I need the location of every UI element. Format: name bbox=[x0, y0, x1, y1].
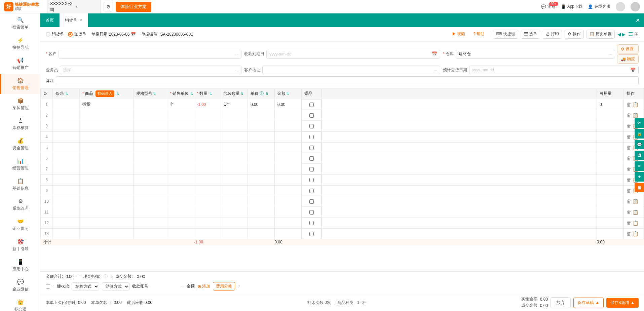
row-barcode[interactable] bbox=[53, 218, 80, 228]
row-barcode[interactable] bbox=[53, 121, 80, 131]
row-qty[interactable] bbox=[194, 142, 221, 153]
delete-row-icon[interactable]: 🗑 bbox=[627, 156, 631, 161]
row-gift[interactable] bbox=[302, 185, 321, 196]
row-price[interactable]: 0.00 bbox=[248, 99, 275, 110]
select-btn[interactable]: ☰ 选单 bbox=[521, 30, 540, 39]
shortcut-btn[interactable]: ⌨ 快捷键 bbox=[493, 30, 518, 39]
gift-checkbox[interactable] bbox=[309, 135, 314, 139]
row-spec[interactable] bbox=[134, 131, 167, 142]
owed-info-icon[interactable]: ⓘ bbox=[109, 300, 112, 305]
scan-button[interactable]: 扫码录入 bbox=[96, 90, 114, 97]
settings-button[interactable]: ⚙ 设置 bbox=[617, 44, 639, 53]
row-barcode[interactable] bbox=[53, 142, 80, 153]
row-spec[interactable] bbox=[134, 218, 167, 228]
row-product[interactable] bbox=[80, 142, 134, 153]
row-price[interactable] bbox=[248, 110, 275, 121]
row-qty[interactable] bbox=[194, 218, 221, 228]
due-date-calendar-icon[interactable]: 📅 bbox=[432, 51, 437, 56]
row-product[interactable] bbox=[80, 131, 134, 142]
float-action-btn[interactable]: 📋 bbox=[635, 183, 644, 192]
barcode-input[interactable] bbox=[55, 124, 77, 128]
gift-checkbox[interactable] bbox=[309, 178, 314, 182]
price-info-icon[interactable]: ⓘ bbox=[260, 91, 264, 96]
row-remark[interactable] bbox=[322, 218, 597, 228]
price-sort-icon[interactable]: ⇅ bbox=[266, 92, 268, 95]
sidebar-item-quick-nav[interactable]: ⚡ 快捷导航 bbox=[0, 34, 40, 54]
payment-method-select-2[interactable]: 结算方式 bbox=[102, 282, 129, 290]
prev-arrow-icon[interactable]: ◀ bbox=[617, 32, 621, 37]
row-remark[interactable] bbox=[322, 207, 597, 218]
delete-row-icon[interactable]: 🗑 bbox=[627, 220, 631, 226]
float-lock-btn[interactable]: 🔒 bbox=[635, 129, 644, 139]
sidebar-item-purchase[interactable]: 📦 采购管理 bbox=[0, 94, 40, 114]
payment-method-select[interactable]: 结算方式 bbox=[72, 282, 99, 290]
row-gift[interactable] bbox=[302, 99, 321, 110]
history-btn[interactable]: 📋 历史单据 bbox=[586, 30, 615, 39]
row-price[interactable] bbox=[248, 185, 275, 196]
row-product[interactable] bbox=[80, 228, 134, 239]
row-barcode[interactable] bbox=[53, 174, 80, 185]
float-preview-btn[interactable]: 👁 bbox=[635, 118, 644, 128]
copy-row-icon[interactable]: 📋 bbox=[633, 231, 638, 236]
row-product[interactable] bbox=[80, 153, 134, 164]
row-gift[interactable] bbox=[302, 131, 321, 142]
row-product[interactable] bbox=[80, 164, 134, 174]
next-arrow-icon[interactable]: ▶ bbox=[622, 32, 626, 37]
row-price[interactable] bbox=[248, 121, 275, 131]
barcode-input[interactable] bbox=[55, 178, 77, 182]
row-remark[interactable] bbox=[322, 142, 597, 153]
row-qty[interactable] bbox=[194, 153, 221, 164]
discount-info-icon[interactable]: ⓘ bbox=[104, 274, 108, 279]
sidebar-item-marketing[interactable]: 📢 营销推广 bbox=[0, 54, 40, 74]
amount-sort-icon[interactable]: ⇅ bbox=[286, 92, 289, 95]
sidebar-item-finance[interactable]: 💰 资金管理 bbox=[0, 134, 40, 154]
tab-home[interactable]: 首页 bbox=[40, 13, 60, 27]
row-spec[interactable] bbox=[134, 164, 167, 174]
row-remark[interactable] bbox=[322, 174, 597, 185]
row-gift[interactable] bbox=[302, 121, 321, 131]
spec-sort-icon[interactable]: ⇅ bbox=[153, 92, 156, 95]
radio-sales[interactable]: 销货单 bbox=[46, 31, 64, 37]
row-product[interactable] bbox=[80, 121, 134, 131]
delete-row-icon[interactable]: 🗑 bbox=[627, 102, 631, 107]
row-price[interactable] bbox=[248, 153, 275, 164]
fee-split-button[interactable]: 费用分摊 bbox=[213, 282, 235, 290]
row-qty[interactable] bbox=[194, 110, 221, 121]
row-product[interactable]: 拆货 bbox=[80, 99, 134, 110]
row-qty[interactable] bbox=[194, 174, 221, 185]
row-qty[interactable] bbox=[194, 196, 221, 207]
row-remark[interactable] bbox=[322, 164, 597, 174]
delete-row-icon[interactable]: 🗑 bbox=[627, 113, 631, 118]
gift-checkbox[interactable] bbox=[309, 232, 314, 236]
barcode-input[interactable] bbox=[55, 167, 77, 171]
row-barcode[interactable] bbox=[53, 228, 80, 239]
sidebar-item-guide[interactable]: 🎯 新手引导 bbox=[0, 235, 40, 255]
unit-sort-icon[interactable]: ⇅ bbox=[190, 92, 193, 95]
row-gift[interactable] bbox=[302, 164, 321, 174]
row-price[interactable] bbox=[248, 142, 275, 153]
row-qty[interactable] bbox=[194, 185, 221, 196]
account-input[interactable] bbox=[151, 283, 178, 290]
float-comment-btn[interactable]: 💬 bbox=[635, 140, 644, 149]
barcode-sort-icon[interactable]: ⇅ bbox=[65, 92, 68, 95]
row-barcode[interactable] bbox=[53, 153, 80, 164]
row-barcode[interactable] bbox=[53, 99, 80, 110]
settings-icon[interactable]: ⚙ bbox=[104, 2, 113, 11]
row-price[interactable] bbox=[248, 196, 275, 207]
row-barcode[interactable] bbox=[53, 110, 80, 121]
row-price[interactable] bbox=[248, 174, 275, 185]
radio-return[interactable]: 退货单 bbox=[68, 31, 86, 37]
experience-button[interactable]: 体验行业方案 bbox=[116, 2, 151, 12]
row-remark[interactable] bbox=[322, 185, 597, 196]
note-input[interactable] bbox=[56, 76, 639, 85]
row-remark[interactable] bbox=[322, 110, 597, 121]
row-product[interactable] bbox=[80, 110, 134, 121]
barcode-input[interactable] bbox=[55, 145, 77, 150]
delete-row-icon[interactable]: 🗑 bbox=[627, 188, 631, 193]
barcode-input[interactable] bbox=[55, 113, 77, 118]
delete-row-icon[interactable]: 🗑 bbox=[627, 177, 631, 183]
fee-help-icon[interactable]: ? bbox=[238, 284, 240, 289]
row-gift[interactable] bbox=[302, 153, 321, 164]
due-date-input[interactable]: yyyy-mm-dd 📅 bbox=[266, 50, 440, 59]
row-barcode[interactable] bbox=[53, 207, 80, 218]
